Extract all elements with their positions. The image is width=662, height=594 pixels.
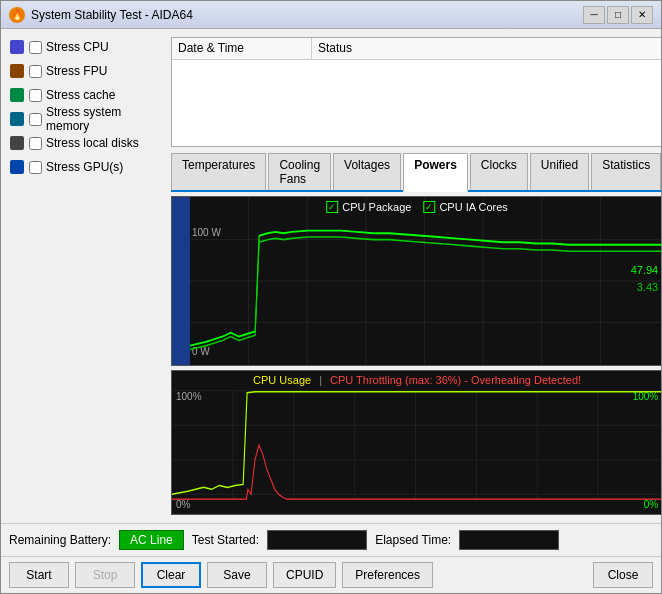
status-table: Date & Time Status <box>171 37 661 147</box>
ac-line-badge: AC Line <box>119 530 184 550</box>
status-header: Status <box>312 38 661 59</box>
maximize-button[interactable]: □ <box>607 6 629 24</box>
test-started-input[interactable] <box>267 530 367 550</box>
powers-chart-svg <box>190 197 661 365</box>
main-content: Stress CPU Stress FPU Stress cache Stres… <box>1 29 661 523</box>
stress-gpu-checkbox[interactable] <box>29 161 42 174</box>
close-window-button[interactable]: ✕ <box>631 6 653 24</box>
cpu-usage-legend-label: CPU Usage <box>253 374 311 386</box>
legend-check-cpu-package: ✓ <box>326 201 338 213</box>
tabs-bar: Temperatures Cooling Fans Voltages Power… <box>171 153 661 192</box>
gpu-icon <box>9 159 25 175</box>
clear-button[interactable]: Clear <box>141 562 201 588</box>
powers-chart: ✓ CPU Package ✓ CPU IA Cores 100 W 0 W 4… <box>171 196 661 366</box>
legend-check-cpu-ia-cores: ✓ <box>423 201 435 213</box>
tab-voltages[interactable]: Voltages <box>333 153 401 190</box>
close-button[interactable]: Close <box>593 562 653 588</box>
status-table-header: Date & Time Status <box>172 38 661 60</box>
app-icon: 🔥 <box>9 7 25 23</box>
stress-mem-checkbox[interactable] <box>29 113 42 126</box>
cpu-throttling-legend-label: CPU Throttling (max: 36%) - Overheating … <box>330 374 581 386</box>
cpu-icon <box>9 39 25 55</box>
stress-gpu-label: Stress GPU(s) <box>46 160 123 174</box>
start-button[interactable]: Start <box>9 562 69 588</box>
tab-unified[interactable]: Unified <box>530 153 589 190</box>
preferences-button[interactable]: Preferences <box>342 562 433 588</box>
tab-temperatures[interactable]: Temperatures <box>171 153 266 190</box>
stress-cache-label: Stress cache <box>46 88 115 102</box>
main-window: 🔥 System Stability Test - AIDA64 ─ □ ✕ S… <box>0 0 662 594</box>
legend-cpu-ia-cores: ✓ CPU IA Cores <box>423 201 507 213</box>
date-time-header: Date & Time <box>172 38 312 59</box>
chart-area: ✓ CPU Package ✓ CPU IA Cores 100 W 0 W 4… <box>171 196 661 515</box>
save-button[interactable]: Save <box>207 562 267 588</box>
cache-icon <box>9 87 25 103</box>
window-title: System Stability Test - AIDA64 <box>31 8 583 22</box>
cpu-usage-chart-svg <box>172 371 661 514</box>
stress-mem-row: Stress system memory <box>9 109 163 129</box>
stress-cache-checkbox[interactable] <box>29 89 42 102</box>
tab-statistics[interactable]: Statistics <box>591 153 661 190</box>
left-panel: Stress CPU Stress FPU Stress cache Stres… <box>1 29 171 523</box>
mem-icon <box>9 111 25 127</box>
elapsed-time-input[interactable] <box>459 530 559 550</box>
minimize-button[interactable]: ─ <box>583 6 605 24</box>
tab-cooling-fans[interactable]: Cooling Fans <box>268 153 331 190</box>
stress-mem-label: Stress system memory <box>46 105 163 133</box>
stress-disk-row: Stress local disks <box>9 133 163 153</box>
bottom-bar: Remaining Battery: AC Line Test Started:… <box>1 523 661 556</box>
tab-clocks[interactable]: Clocks <box>470 153 528 190</box>
legend-label-cpu-ia-cores: CPU IA Cores <box>439 201 507 213</box>
stress-disk-label: Stress local disks <box>46 136 139 150</box>
cpu-usage-chart: CPU Usage | CPU Throttling (max: 36%) - … <box>171 370 661 515</box>
legend-label-cpu-package: CPU Package <box>342 201 411 213</box>
stress-fpu-row: Stress FPU <box>9 61 163 81</box>
bottom-chart-legend: CPU Usage | CPU Throttling (max: 36%) - … <box>253 374 581 386</box>
stress-cpu-row: Stress CPU <box>9 37 163 57</box>
title-bar: 🔥 System Stability Test - AIDA64 ─ □ ✕ <box>1 1 661 29</box>
remaining-battery-label: Remaining Battery: <box>9 533 111 547</box>
test-started-label: Test Started: <box>192 533 259 547</box>
right-panel: Date & Time Status Temperatures Cooling … <box>171 29 661 523</box>
chart-legend: ✓ CPU Package ✓ CPU IA Cores <box>326 201 508 213</box>
stress-cache-row: Stress cache <box>9 85 163 105</box>
cpuid-button[interactable]: CPUID <box>273 562 336 588</box>
stress-cpu-checkbox[interactable] <box>29 41 42 54</box>
legend-cpu-package: ✓ CPU Package <box>326 201 411 213</box>
elapsed-time-label: Elapsed Time: <box>375 533 451 547</box>
stress-fpu-checkbox[interactable] <box>29 65 42 78</box>
stress-fpu-label: Stress FPU <box>46 64 107 78</box>
disk-icon <box>9 135 25 151</box>
tab-powers[interactable]: Powers <box>403 153 468 192</box>
stress-gpu-row: Stress GPU(s) <box>9 157 163 177</box>
button-bar: Start Stop Clear Save CPUID Preferences … <box>1 556 661 593</box>
stress-cpu-label: Stress CPU <box>46 40 109 54</box>
fpu-icon <box>9 63 25 79</box>
status-table-body <box>172 60 661 146</box>
title-buttons: ─ □ ✕ <box>583 6 653 24</box>
stop-button[interactable]: Stop <box>75 562 135 588</box>
stress-disk-checkbox[interactable] <box>29 137 42 150</box>
